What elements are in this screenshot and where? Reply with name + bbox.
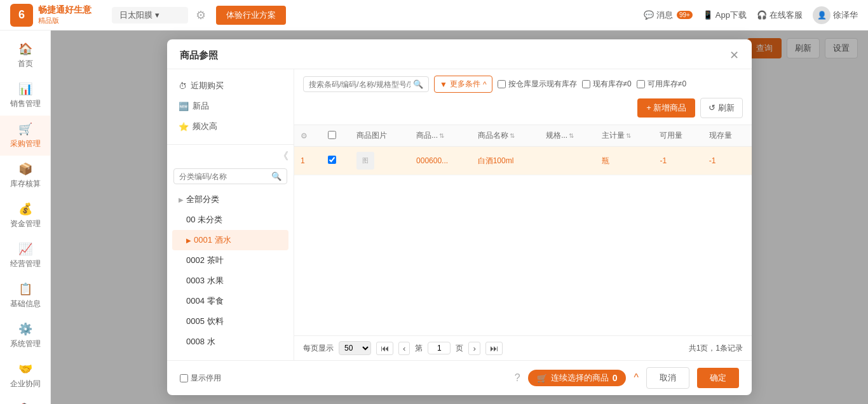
category-0003[interactable]: 0003 水果 — [172, 271, 288, 291]
product-search-box[interactable]: 🔍 — [303, 76, 429, 92]
star-icon: ⭐ — [179, 122, 189, 131]
product-table: ⚙ 商品图片 商品...⇅ 商品名称⇅ 规格...⇅ 主计量⇅ 可用量 现存量 — [294, 125, 752, 175]
col-name[interactable]: 商品名称⇅ — [471, 125, 540, 147]
page-prev-btn[interactable]: ‹ — [398, 342, 410, 355]
category-00[interactable]: 00 未分类 — [172, 210, 288, 230]
category-all[interactable]: ▶ 全部分类 — [172, 189, 288, 210]
divider — [167, 144, 294, 145]
tab-frequent-label: 频次高 — [193, 121, 217, 132]
cell-unit: 瓶 — [595, 147, 653, 175]
col-spec[interactable]: 规格...⇅ — [539, 125, 595, 147]
sidebar-item-guide[interactable]: 📚 新手引导 — [0, 396, 50, 404]
collapse-icon: ^ — [483, 80, 487, 89]
checkbox-available-input[interactable] — [637, 80, 645, 88]
tab-recent-label: 近期购买 — [191, 80, 224, 91]
cell-checkbox[interactable] — [322, 147, 351, 175]
page-word: 第 — [415, 343, 423, 354]
checkbox-available-label: 可用库存≠0 — [648, 79, 686, 90]
app-download-btn[interactable]: 📱 App下载 — [703, 10, 747, 21]
user-profile[interactable]: 👤 徐泽华 — [813, 6, 858, 24]
dialog-footer: 显示停用 ? 🛒 连续选择的商品 0 ^ 取消 确定 — [167, 360, 752, 395]
tab-frequent[interactable]: ⭐ 频次高 — [172, 116, 288, 137]
cart-icon: 🛒 — [537, 374, 547, 383]
page-next-btn[interactable]: › — [468, 342, 480, 355]
page-last-btn[interactable]: ⏭ — [485, 342, 503, 355]
sidebar-label-home: 首页 — [18, 58, 33, 69]
add-product-btn[interactable]: + 新增商品 — [637, 98, 695, 118]
col-settings[interactable]: ⚙ — [294, 125, 322, 147]
category-0010[interactable]: 0010 家电 — [172, 352, 288, 354]
trial-btn[interactable]: 体验行业方案 — [216, 6, 286, 25]
category-0002[interactable]: 0002 茶叶 — [172, 250, 288, 271]
settings-icon[interactable]: ⚙ — [196, 8, 206, 22]
col-stock[interactable]: 现存量 — [703, 125, 752, 147]
sidebar-item-home[interactable]: 🏠 首页 — [0, 36, 50, 76]
sidebar-item-finance[interactable]: 💰 资金管理 — [0, 196, 50, 236]
select-all-checkbox[interactable] — [328, 131, 336, 139]
category-search-input[interactable] — [179, 172, 269, 181]
refresh-btn[interactable]: ↺ 刷新 — [700, 98, 743, 118]
row-checkbox[interactable] — [328, 156, 336, 164]
checkbox-current-stock[interactable]: 现有库存≠0 — [582, 79, 632, 90]
search-icon[interactable]: 🔍 — [271, 172, 281, 181]
col-image: 商品图片 — [350, 125, 410, 147]
page-first-btn[interactable]: ⏮ — [376, 342, 393, 355]
checkbox-current-input[interactable] — [582, 80, 590, 88]
search-btn-icon[interactable]: 🔍 — [413, 79, 423, 89]
messages-btn[interactable]: 💬 消息 99+ — [644, 10, 693, 21]
cancel-btn[interactable]: 取消 — [646, 367, 689, 389]
help-icon[interactable]: ? — [515, 372, 520, 384]
collapse-cart-icon[interactable]: ^ — [634, 372, 639, 384]
gear-icon[interactable]: ⚙ — [301, 131, 308, 140]
tab-recent-purchase[interactable]: ⏱ 近期购买 — [172, 76, 288, 96]
store-dropdown[interactable]: 日太阳膜 ▾ — [112, 7, 188, 24]
online-service-btn[interactable]: 🎧 在线客服 — [757, 10, 803, 21]
sidebar-item-inventory[interactable]: 📦 库存核算 — [0, 156, 50, 196]
system-icon: ⚙️ — [18, 322, 32, 336]
category-0001[interactable]: ▶ 0001 酒水 — [172, 230, 288, 250]
messages-label: 消息 — [656, 10, 673, 21]
category-0008[interactable]: 0008 水 — [172, 332, 288, 352]
col-checkbox[interactable] — [322, 125, 351, 147]
checkbox-available-stock[interactable]: 可用库存≠0 — [637, 79, 686, 90]
show-disabled-input[interactable] — [180, 374, 188, 382]
checkbox-warehouse-stock[interactable]: 按仓库显示现有库存 — [498, 79, 577, 90]
page-number-input[interactable] — [428, 342, 451, 354]
inventory-icon: 📦 — [18, 162, 32, 176]
collapse-left-icon[interactable]: 《 — [278, 150, 288, 163]
col-code[interactable]: 商品...⇅ — [410, 125, 471, 147]
sidebar-item-sales[interactable]: 📊 销售管理 — [0, 76, 50, 116]
category-0004[interactable]: 0004 零食 — [172, 291, 288, 311]
table-row[interactable]: 1 图 000600... 白酒100ml 瓶 — [294, 147, 752, 175]
filter-label: 更多条件 — [450, 79, 480, 90]
confirm-btn[interactable]: 确定 — [697, 368, 739, 388]
tab-new-product[interactable]: 🆕 新品 — [172, 96, 288, 116]
col-available[interactable]: 可用量 — [653, 125, 702, 147]
col-unit[interactable]: 主计量⇅ — [595, 125, 653, 147]
sidebar-item-system[interactable]: ⚙️ 系统管理 — [0, 316, 50, 356]
sidebar-item-info[interactable]: 📋 基础信息 — [0, 276, 50, 316]
category-label: 0001 酒水 — [194, 234, 231, 246]
checkbox-warehouse-input[interactable] — [498, 80, 506, 88]
sidebar-label-sales: 销售管理 — [10, 98, 41, 109]
category-0005[interactable]: 0005 饮料 — [172, 311, 288, 332]
product-search-input[interactable] — [309, 80, 410, 89]
show-disabled-checkbox[interactable]: 显示停用 — [180, 373, 221, 384]
cell-image: 图 — [350, 147, 410, 175]
headset-icon: 🎧 — [757, 10, 767, 20]
sidebar-item-business[interactable]: 📈 经营管理 — [0, 236, 50, 276]
category-search-box[interactable]: 🔍 — [173, 168, 287, 184]
clock-icon: ⏱ — [179, 81, 187, 91]
close-icon[interactable]: ✕ — [729, 48, 739, 62]
cart-summary-btn[interactable]: 🛒 连续选择的商品 0 — [528, 370, 627, 386]
checkbox-current-label: 现有库存≠0 — [593, 79, 632, 90]
category-label: 0008 水 — [186, 336, 215, 347]
per-page-label: 每页显示 — [303, 343, 334, 354]
sidebar-item-coop[interactable]: 🤝 企业协同 — [0, 356, 50, 396]
sidebar-label-business: 经营管理 — [10, 259, 41, 269]
more-filter-btn[interactable]: ▼ 更多条件 ^ — [434, 76, 492, 93]
cell-code: 000600... — [410, 147, 471, 175]
new-icon: 🆕 — [179, 102, 189, 111]
sidebar-item-purchase[interactable]: 🛒 采购管理 — [0, 116, 50, 156]
per-page-select[interactable]: 50 100 200 — [339, 341, 371, 355]
